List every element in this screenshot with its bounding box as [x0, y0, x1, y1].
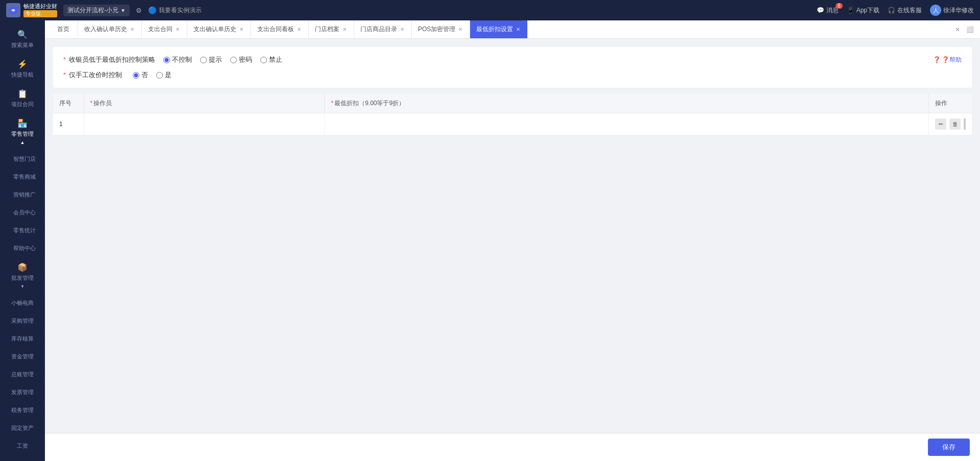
tax-label: 税务管理: [11, 406, 34, 414]
sidebar-item-salary[interactable]: 工资: [0, 437, 45, 455]
sidebar-item-online-store[interactable]: 零售商城: [0, 168, 45, 186]
sidebar-item-tax[interactable]: 税务管理: [0, 401, 45, 419]
sidebar-item-finance[interactable]: 资金管理: [0, 348, 45, 366]
radio-no-control-label: 不控制: [172, 55, 192, 64]
tab-store-file-close[interactable]: ✕: [341, 26, 348, 33]
project-name: 测试分开流程-小兄: [67, 6, 118, 15]
tab-pos-password-close[interactable]: ✕: [457, 26, 463, 33]
sidebar-item-help[interactable]: 帮助中心: [0, 239, 45, 257]
sidebar-item-marketing[interactable]: 营销推广: [0, 186, 45, 204]
tab-min-discount[interactable]: 最低折扣设置 ✕: [470, 20, 528, 39]
delete-icon[interactable]: 🗑: [949, 118, 961, 130]
sidebar: 🔍 搜索菜单 ⚡ 快捷导航 📋 项目合同 🏪 零售管理 ▲ 智慧门店 零售商城 …: [0, 20, 45, 461]
radio-yes-input[interactable]: [156, 72, 163, 79]
cell-discount: [325, 113, 929, 135]
inventory-label: 库存核算: [11, 335, 34, 343]
tab-payment-contract[interactable]: 支出合同 ✕: [142, 20, 187, 39]
app-download-btn[interactable]: 📱 App下载: [847, 6, 879, 15]
logo-icon: [6, 3, 20, 17]
table-header-row: 序号 *操作员 *最低折扣（9.00等于9折） 操作: [53, 94, 972, 113]
sidebar-item-search[interactable]: 🔍 搜索菜单: [0, 25, 45, 54]
tab-close-all-icon[interactable]: ✕: [953, 26, 962, 33]
page-content: * 收银员低于最低折扣控制策略 不控制 提示: [45, 39, 980, 433]
sidebar-item-retail-stats[interactable]: 零售统计: [0, 222, 45, 239]
sidebar-label-search: 搜索菜单: [11, 41, 34, 49]
tab-payment-contract-close[interactable]: ✕: [175, 26, 181, 33]
sidebar-item-inventory[interactable]: 库存核算: [0, 330, 45, 348]
sidebar-item-smart-store[interactable]: 智慧门店: [0, 150, 45, 168]
col-header-discount: *最低折扣（9.00等于9折）: [325, 94, 929, 113]
sidebar-item-ledger[interactable]: 总账管理: [0, 366, 45, 383]
sidebar-item-wholesale[interactable]: 📦 批发管理 ▼: [0, 257, 45, 294]
tab-payment-board-label: 支出合同看板: [257, 25, 294, 34]
sidebar-label-wholesale: 批发管理: [11, 274, 34, 282]
sidebar-item-member[interactable]: 会员中心: [0, 204, 45, 222]
radio-forbid-input[interactable]: [260, 57, 267, 63]
tab-store-goods-close[interactable]: ✕: [399, 26, 405, 33]
control-strategy-radio-group: 不控制 提示 密码 禁止: [163, 55, 282, 64]
online-service-btn[interactable]: 🎧 在线客服: [888, 6, 922, 15]
tab-min-discount-label: 最低折扣设置: [476, 25, 513, 34]
sidebar-item-ecommerce[interactable]: 小畅电商: [0, 294, 45, 312]
required-star-operator: *: [90, 100, 93, 107]
radio-yes[interactable]: 是: [156, 70, 172, 80]
tab-income-confirm[interactable]: 收入确认单历史 ✕: [78, 20, 142, 39]
tab-payment-confirm-close[interactable]: ✕: [238, 26, 244, 33]
form-section: * 收银员低于最低折扣控制策略 不控制 提示: [53, 47, 972, 88]
tab-more-icon[interactable]: ⬜: [964, 26, 976, 33]
content-area: 首页 收入确认单历史 ✕ 支出合同 ✕ 支出确认单历史 ✕ 支出合同看板 ✕ 门…: [45, 20, 980, 461]
sidebar-item-project[interactable]: 📋 项目合同: [0, 84, 45, 113]
control-strategy-row: * 收银员低于最低折扣控制策略 不控制 提示: [63, 55, 962, 64]
user-profile-btn[interactable]: 人 徐泽华修改: [930, 5, 974, 16]
cell-seq: 1: [53, 113, 84, 135]
required-star-1: *: [63, 56, 66, 63]
radio-remind[interactable]: 提示: [200, 55, 222, 64]
messages-btn[interactable]: 💬 消息 8: [817, 6, 839, 15]
member-label: 会员中心: [13, 209, 36, 216]
tab-store-file[interactable]: 门店档案 ✕: [309, 20, 354, 39]
radio-password[interactable]: 密码: [230, 55, 252, 64]
tab-income-confirm-close[interactable]: ✕: [129, 26, 135, 33]
shortcut-icon: ⚡: [17, 59, 28, 69]
radio-password-input[interactable]: [230, 57, 237, 63]
radio-no-input[interactable]: [133, 72, 139, 79]
ecommerce-label: 小畅电商: [11, 299, 34, 307]
tab-home[interactable]: 首页: [49, 20, 78, 39]
tab-payment-board[interactable]: 支出合同看板 ✕: [251, 20, 309, 39]
radio-no[interactable]: 否: [133, 70, 148, 80]
demo-link[interactable]: 🔵 我要看实例演示: [148, 6, 202, 15]
radio-no-control-input[interactable]: [163, 57, 170, 63]
settings-icon[interactable]: ⚙: [136, 7, 142, 14]
radio-no-control[interactable]: 不控制: [163, 55, 192, 64]
top-bar-right: 💬 消息 8 📱 App下载 🎧 在线客服 人 徐泽华修改: [817, 5, 974, 16]
radio-remind-label: 提示: [209, 55, 222, 64]
help-button[interactable]: ❓ ❓帮助: [933, 56, 962, 64]
tab-payment-confirm[interactable]: 支出确认单历史 ✕: [187, 20, 251, 39]
radio-forbid[interactable]: 禁止: [260, 55, 282, 64]
cell-operator: [84, 113, 325, 135]
tab-store-goods[interactable]: 门店商品目录 ✕: [354, 20, 412, 39]
edit-icon[interactable]: ✏: [935, 118, 946, 130]
save-button[interactable]: 保存: [928, 439, 970, 456]
project-icon: 📋: [17, 89, 28, 99]
tab-payment-board-close[interactable]: ✕: [296, 26, 302, 33]
sidebar-item-fixed-assets[interactable]: 固定资产: [0, 419, 45, 437]
required-star-discount: *: [331, 100, 333, 107]
sidebar-item-purchase[interactable]: 采购管理: [0, 312, 45, 330]
tab-pos-password[interactable]: POS加密管理 ✕: [412, 20, 470, 39]
top-bar: 畅捷通好业财 专业版 测试分开流程-小兄 ▼ ⚙ 🔵 我要看实例演示 💬 消息 …: [0, 0, 980, 20]
manual-control-radio-group: 否 是: [133, 70, 172, 80]
download-icon: 📱: [847, 7, 854, 14]
tab-min-discount-close[interactable]: ✕: [515, 26, 521, 33]
control-strategy-label: * 收银员低于最低折扣控制策略: [63, 55, 155, 64]
messages-badge: 8: [836, 3, 843, 9]
project-selector[interactable]: 测试分开流程-小兄 ▼: [63, 5, 130, 16]
sidebar-label-shortcut: 快捷导航: [11, 71, 34, 79]
radio-remind-input[interactable]: [200, 57, 207, 63]
sidebar-item-invoice[interactable]: 发票管理: [0, 383, 45, 401]
service-icon: 🎧: [888, 7, 895, 14]
sidebar-item-retail[interactable]: 🏪 零售管理 ▲: [0, 113, 45, 150]
sidebar-item-shortcut[interactable]: ⚡ 快捷导航: [0, 54, 45, 84]
avatar-icon: 人: [930, 5, 941, 16]
cell-action: ✏ 🗑: [929, 113, 972, 135]
